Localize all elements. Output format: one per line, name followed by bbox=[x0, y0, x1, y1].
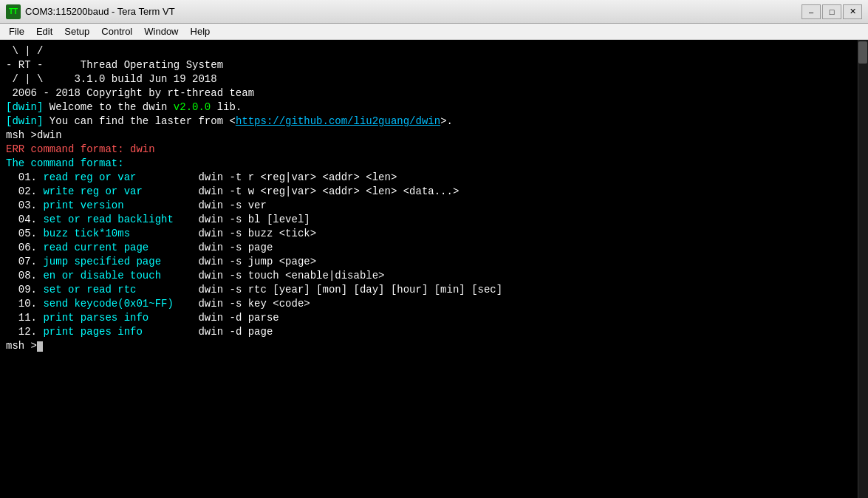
terminal-line-17: 08. en or disable touch dwin -s touch <e… bbox=[6, 269, 862, 283]
menu-item-control[interactable]: Control bbox=[95, 24, 138, 38]
terminal-line-4: 2006 - 2018 Copyright by rt-thread team bbox=[6, 86, 862, 100]
terminal-line-6: [dwin] You can find the laster from <htt… bbox=[6, 115, 862, 129]
menu-item-edit[interactable]: Edit bbox=[30, 24, 58, 38]
terminal-line-15: 06. read current page dwin -s page bbox=[6, 241, 862, 255]
scrollbar-thumb[interactable] bbox=[858, 41, 867, 64]
terminal-line-11: 02. write reg or var dwin -t w <reg|var>… bbox=[6, 185, 862, 199]
app-icon-text: TT bbox=[9, 7, 18, 16]
terminal-line-19: 10. send keycode(0x01~FF) dwin -s key <c… bbox=[6, 297, 862, 311]
menu-item-window[interactable]: Window bbox=[138, 24, 184, 38]
terminal-line-14: 05. buzz tick*10ms dwin -s buzz <tick> bbox=[6, 227, 862, 241]
terminal-line-21: 12. print pages info dwin -d page bbox=[6, 325, 862, 339]
terminal-line-8: ERR command format: dwin bbox=[6, 143, 862, 157]
title-bar-controls: – □ ✕ bbox=[802, 4, 862, 19]
terminal-line-10: 01. read reg or var dwin -t r <reg|var> … bbox=[6, 171, 862, 185]
title-bar-left: TT COM3:115200baud - Tera Term VT bbox=[6, 4, 175, 19]
terminal-line-20: 11. print parses info dwin -d parse bbox=[6, 311, 862, 325]
title-bar: TT COM3:115200baud - Tera Term VT – □ ✕ bbox=[0, 0, 868, 24]
terminal-line-12: 03. print version dwin -s ver bbox=[6, 199, 862, 213]
terminal-line-13: 04. set or read backlight dwin -s bl [le… bbox=[6, 213, 862, 227]
terminal[interactable]: \ | / - RT - Thread Operating System / |… bbox=[0, 40, 868, 498]
menu-bar: FileEditSetupControlWindowHelp bbox=[0, 24, 868, 40]
terminal-line-9: The command format: bbox=[6, 157, 862, 171]
app-icon: TT bbox=[6, 4, 21, 19]
window-title: COM3:115200baud - Tera Term VT bbox=[25, 6, 175, 17]
terminal-line-18: 09. set or read rtc dwin -s rtc [year] [… bbox=[6, 283, 862, 297]
terminal-line-3: / | \ 3.1.0 build Jun 19 2018 bbox=[6, 72, 862, 86]
close-button[interactable]: ✕ bbox=[843, 4, 862, 19]
terminal-line-2: - RT - Thread Operating System bbox=[6, 58, 862, 72]
minimize-button[interactable]: – bbox=[802, 4, 821, 19]
menu-item-help[interactable]: Help bbox=[185, 24, 216, 38]
scrollbar[interactable] bbox=[858, 40, 868, 498]
cursor bbox=[37, 341, 43, 352]
terminal-line-7: msh >dwin bbox=[6, 129, 862, 143]
terminal-line-22: msh > bbox=[6, 339, 862, 353]
terminal-line-5: [dwin] Welcome to the dwin v2.0.0 lib. bbox=[6, 100, 862, 115]
terminal-line-16: 07. jump specified page dwin -s jump <pa… bbox=[6, 255, 862, 269]
menu-item-file[interactable]: File bbox=[3, 24, 30, 38]
terminal-line-1: \ | / bbox=[6, 44, 862, 58]
maximize-button[interactable]: □ bbox=[822, 4, 841, 19]
menu-item-setup[interactable]: Setup bbox=[58, 24, 95, 38]
